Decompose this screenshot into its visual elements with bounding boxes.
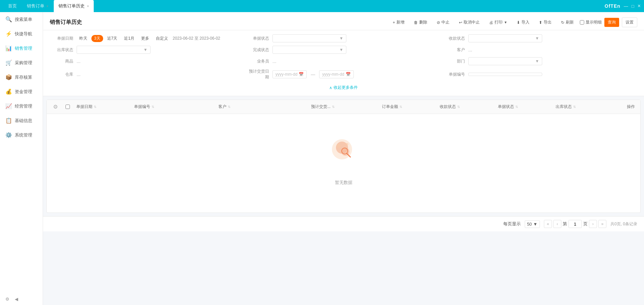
th-delivery[interactable]: 预计交货... ⇅ (308, 104, 379, 110)
close-btn[interactable]: × (638, 3, 641, 9)
last-page-btn[interactable]: » (598, 220, 606, 228)
add-button[interactable]: + 新增 (389, 18, 408, 27)
complete-status-select[interactable]: ▼ (272, 46, 346, 54)
delete-button[interactable]: 🗑 删除 (411, 18, 431, 27)
print-button[interactable]: 🖨 打印 ▼ (486, 18, 511, 27)
filter-row-3: 商品 ... 业务员 ... 部门 ▼ (50, 57, 637, 65)
doc-status-select[interactable]: ▼ (272, 34, 346, 42)
stop-icon: ⊘ (437, 20, 440, 25)
tab-sales-order[interactable]: 销售订单 × (22, 0, 53, 12)
filter-row-1: 单据日期 昨天 3天 近7天 近1月 更多 自定义 2023-06-02 至 2… (50, 34, 637, 42)
sidebar-item-purchase-mgmt[interactable]: 🛒 采购管理 (0, 55, 43, 70)
refresh-label: 刷新 (566, 20, 574, 25)
sidebar-item-sales-mgmt[interactable]: 📊 销售管理 (0, 41, 43, 55)
stop-button[interactable]: ⊘ 中止 (433, 18, 453, 27)
doc-number-input[interactable] (468, 73, 542, 76)
delivery-date-to-value: yyyy-mm-dd (322, 72, 344, 77)
th-delivery-label: 预计交货... (311, 104, 331, 110)
sidebar-item-system-mgmt[interactable]: ⚙️ 系统管理 (0, 128, 43, 142)
filter-area: 单据日期 昨天 3天 近7天 近1月 更多 自定义 2023-06-02 至 2… (43, 30, 644, 96)
purchase-mgmt-icon: 🛒 (5, 60, 12, 66)
th-stock[interactable]: 出库状态 ⇅ (553, 104, 611, 110)
th-date-label: 单据日期 (76, 104, 92, 110)
tab-sales-order-history[interactable]: 销售订单历史 × (54, 0, 93, 12)
prev-page-btn[interactable]: ‹ (553, 220, 561, 228)
customer-label: 客户 (441, 47, 468, 53)
date-tab-today[interactable]: 昨天 (77, 35, 90, 42)
sidebar-item-search-menu[interactable]: 🔍 搜索菜单 (0, 12, 43, 27)
empty-illustration (327, 134, 360, 174)
topbar-right: OfTEn — □ × (601, 3, 641, 9)
payment-status-label: 收款状态 (441, 36, 468, 41)
complete-status-filter: ▼ (272, 46, 441, 54)
th-amount[interactable]: 订单金额 ⇅ (379, 104, 437, 110)
minimize-btn[interactable]: — (624, 4, 628, 9)
sidebar-settings-icon[interactable]: ⚙ (5, 297, 9, 302)
print-chevron-icon: ▼ (504, 21, 507, 24)
first-page-btn[interactable]: « (544, 220, 552, 228)
cancel-stop-label: 取消中止 (464, 20, 480, 25)
date-tab-3days[interactable]: 3天 (91, 35, 103, 42)
date-tab-custom[interactable]: 自定义 (153, 35, 171, 42)
th-status-label: 单据状态 (498, 104, 514, 110)
collapse-more-btn[interactable]: ∧ 收起更多条件 (50, 83, 637, 92)
next-page-btn[interactable]: › (589, 220, 597, 228)
display-detail-checkbox[interactable] (580, 20, 584, 25)
sidebar-item-system-mgmt-label: 系统管理 (15, 132, 32, 138)
cancel-stop-button[interactable]: ↩ 取消中止 (456, 18, 483, 27)
date-tab-1month[interactable]: 近1月 (121, 35, 137, 42)
select-all-checkbox[interactable] (66, 105, 70, 109)
search-menu-icon: 🔍 (5, 16, 12, 23)
salesperson-input[interactable]: ... (272, 59, 276, 64)
close-sales-order-history-tab[interactable]: × (87, 4, 89, 8)
department-filter: ▼ (468, 57, 637, 65)
th-date[interactable]: 单据日期 ⇅ (74, 104, 131, 110)
th-checkbox[interactable] (61, 105, 74, 109)
page-input[interactable] (568, 220, 582, 228)
delivery-date-from-input[interactable]: yyyy-mm-dd 📅 (272, 70, 307, 78)
tab-bar: 首页 销售订单 × 销售订单历史 × (3, 0, 601, 12)
th-payment[interactable]: 收款状态 ⇅ (437, 104, 495, 110)
refresh-button[interactable]: ↻ 刷新 (558, 18, 577, 27)
sidebar-collapse-icon[interactable]: ◀ (15, 297, 18, 302)
warehouse-input[interactable]: ... (77, 72, 81, 77)
th-status[interactable]: 单据状态 ⇅ (495, 104, 553, 110)
product-input[interactable]: ... (77, 59, 81, 64)
sidebar-item-quick-nav[interactable]: ⚡ 快捷导航 (0, 27, 43, 41)
delivery-date-label: 预计交货日期 (246, 69, 272, 80)
settings-button[interactable]: 设置 (622, 17, 637, 27)
close-sales-order-tab[interactable]: × (46, 4, 48, 8)
query-button[interactable]: 查询 (604, 18, 619, 27)
total-info: 共0页, 0条记录 (610, 221, 637, 227)
payment-status-filter: ▼ (468, 34, 637, 42)
refresh-icon: ↻ (561, 20, 564, 25)
th-settings[interactable]: ⚙ (49, 104, 61, 110)
th-amount-label: 订单金额 (382, 104, 398, 110)
sidebar-item-purchase-mgmt-label: 采购管理 (15, 60, 32, 66)
department-select[interactable]: ▼ (468, 57, 542, 65)
th-docno[interactable]: 单据编号 ⇅ (131, 104, 215, 110)
export-button[interactable]: ⬆ 导出 (535, 18, 555, 27)
payment-status-select[interactable]: ▼ (468, 34, 542, 42)
delivery-date-to-input[interactable]: yyyy-mm-dd 📅 (319, 70, 353, 78)
maximize-btn[interactable]: □ (632, 4, 634, 9)
sidebar-item-base-info[interactable]: 📋 基础信息 (0, 113, 43, 128)
page-size-select[interactable]: 50 ▼ (525, 220, 540, 228)
stock-out-status-select[interactable]: ▼ (77, 46, 151, 54)
sidebar-item-capital-mgmt[interactable]: 💰 资金管理 (0, 84, 43, 99)
doc-status-label: 单据状态 (246, 36, 272, 41)
import-icon: ⬇ (517, 20, 520, 25)
sidebar-item-sales-mgmt-label: 销售管理 (15, 45, 32, 51)
complete-status-chevron-icon: ▼ (339, 47, 343, 52)
customer-input[interactable]: ... (468, 47, 472, 52)
th-customer[interactable]: 客户 ⇅ (216, 104, 308, 110)
date-tab-7days[interactable]: 近7天 (104, 35, 120, 42)
date-tab-more[interactable]: 更多 (138, 35, 152, 42)
sort-customer-icon: ⇅ (228, 105, 230, 109)
sidebar-item-business-mgmt[interactable]: 📈 经营管理 (0, 99, 43, 113)
tab-home[interactable]: 首页 (3, 0, 22, 12)
sidebar-item-inventory-mgmt[interactable]: 📦 库存核算 (0, 70, 43, 84)
content-area: 销售订单历史 + 新增 🗑 删除 ⊘ 中止 ↩ 取消中止 (43, 12, 644, 305)
import-button[interactable]: ⬇ 导入 (513, 18, 533, 27)
settings-gear-icon[interactable]: ⚙ (53, 104, 58, 110)
